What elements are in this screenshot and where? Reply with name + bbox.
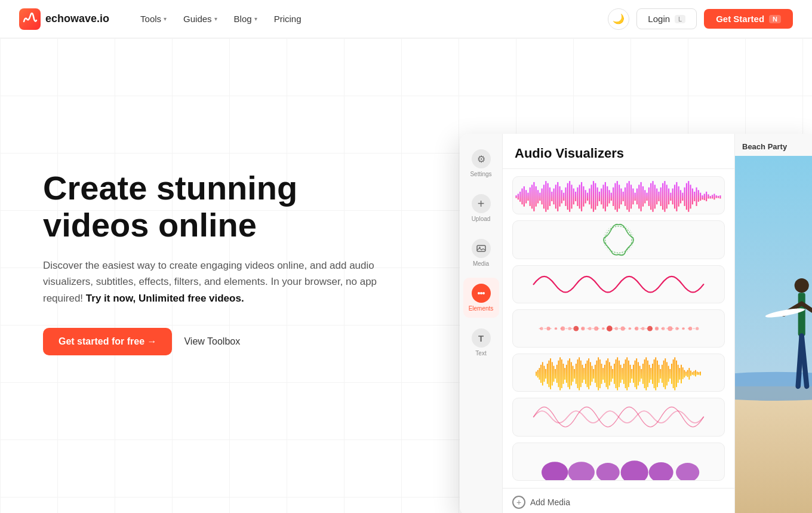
svg-rect-92: [686, 183, 687, 210]
get-started-button[interactable]: Get Started N: [704, 9, 793, 29]
svg-rect-228: [681, 365, 682, 383]
svg-rect-44: [591, 185, 592, 208]
svg-rect-190: [620, 365, 622, 383]
svg-rect-70: [642, 186, 644, 207]
svg-rect-75: [652, 181, 653, 212]
svg-rect-47: [596, 188, 598, 206]
svg-rect-58: [619, 185, 620, 208]
svg-rect-6: [515, 195, 516, 198]
svg-rect-195: [628, 361, 629, 387]
visualizer-dots[interactable]: [512, 309, 725, 348]
svg-rect-204: [642, 364, 644, 384]
svg-rect-59: [620, 189, 622, 205]
svg-rect-146: [550, 358, 551, 389]
svg-point-243: [596, 463, 620, 480]
svg-rect-218: [665, 358, 666, 389]
svg-rect-97: [696, 188, 697, 206]
svg-rect-205: [644, 360, 645, 388]
svg-rect-213: [657, 361, 658, 387]
get-started-kbd: N: [769, 15, 781, 23]
visualizer-circle-green[interactable]: [512, 220, 725, 259]
svg-rect-71: [644, 190, 645, 203]
svg-rect-168: [585, 364, 586, 384]
svg-rect-109: [719, 195, 721, 198]
logo[interactable]: echowave.io: [19, 8, 109, 30]
nav-guides[interactable]: Guides ▾: [176, 9, 224, 29]
svg-rect-18: [539, 193, 540, 201]
svg-rect-28: [559, 186, 560, 207]
sidebar-item-settings[interactable]: ⚙ Settings: [463, 143, 499, 183]
sidebar-item-elements[interactable]: Elements: [463, 278, 499, 318]
svg-rect-84: [670, 193, 671, 201]
hero-cta-button[interactable]: Get started for free →: [43, 328, 172, 355]
right-panel-title: Beach Party: [735, 134, 812, 156]
svg-rect-22: [548, 183, 549, 210]
add-media-plus-icon: +: [512, 496, 525, 509]
svg-rect-27: [557, 182, 558, 211]
svg-rect-210: [652, 364, 653, 384]
nav-right: 🌙 Login L Get Started N: [608, 8, 793, 30]
svg-rect-169: [587, 361, 588, 387]
nav-blog[interactable]: Blog ▾: [227, 9, 264, 29]
nav-pricing[interactable]: Pricing: [267, 9, 309, 29]
svg-point-136: [696, 327, 699, 330]
visualizer-sine-pink[interactable]: [512, 265, 725, 303]
svg-rect-14: [531, 185, 533, 208]
svg-rect-43: [589, 189, 590, 205]
svg-rect-9: [521, 189, 522, 205]
svg-rect-87: [676, 182, 677, 211]
svg-rect-183: [609, 362, 610, 385]
page-body: Create stunning videos online Discover t…: [0, 38, 812, 513]
svg-rect-76: [654, 185, 656, 208]
svg-rect-203: [641, 369, 642, 379]
svg-rect-101: [704, 193, 705, 200]
svg-rect-192: [623, 364, 625, 384]
svg-rect-15: [533, 182, 534, 211]
visualizer-bars-orange[interactable]: [512, 354, 725, 392]
beach-party-preview: [735, 156, 812, 513]
svg-rect-40: [583, 186, 584, 207]
svg-rect-199: [635, 361, 636, 387]
svg-rect-184: [611, 366, 612, 382]
svg-rect-174: [595, 365, 596, 383]
svg-rect-45: [593, 181, 594, 212]
svg-rect-86: [674, 185, 675, 208]
svg-rect-191: [622, 368, 623, 380]
svg-rect-239: [698, 372, 699, 374]
logo-icon: [19, 8, 41, 30]
navbar: echowave.io Tools ▾ Guides ▾ Blog ▾ Pric…: [0, 0, 812, 38]
svg-rect-32: [567, 183, 568, 210]
svg-rect-151: [558, 361, 559, 387]
svg-point-250: [795, 278, 809, 293]
add-media-footer[interactable]: + Add Media: [503, 488, 734, 513]
svg-rect-10: [524, 186, 525, 207]
visualizer-bars-pink[interactable]: /* bars generated below */: [512, 176, 725, 214]
nav-links: Tools ▾ Guides ▾ Blog ▾ Pricing: [133, 9, 608, 29]
svg-rect-154: [563, 364, 564, 384]
hero-title: Create stunning videos online: [43, 170, 389, 243]
visualizer-sine-light-pink[interactable]: [512, 398, 725, 436]
svg-rect-237: [695, 370, 696, 377]
nav-tools[interactable]: Tools ▾: [133, 9, 174, 29]
login-button[interactable]: Login L: [636, 8, 697, 29]
svg-point-134: [682, 327, 684, 330]
sidebar-item-upload[interactable]: + Upload: [463, 188, 499, 228]
visualizer-purple-bumps[interactable]: [512, 443, 725, 481]
svg-rect-180: [604, 365, 605, 383]
svg-rect-37: [577, 188, 578, 206]
svg-point-4: [480, 292, 482, 294]
svg-rect-147: [552, 362, 553, 385]
svg-point-129: [647, 326, 653, 331]
sidebar-item-text[interactable]: T Text: [463, 322, 499, 363]
svg-rect-235: [692, 372, 693, 374]
svg-rect-161: [574, 369, 575, 379]
svg-rect-107: [716, 195, 717, 198]
svg-rect-230: [684, 370, 685, 377]
svg-rect-231: [685, 371, 687, 376]
svg-rect-182: [607, 358, 608, 389]
dark-mode-button[interactable]: 🌙: [608, 8, 629, 30]
sidebar-item-media[interactable]: Media: [463, 233, 499, 273]
view-toolbox-button[interactable]: View Toolbox: [184, 336, 240, 347]
svg-rect-74: [650, 183, 651, 210]
svg-rect-68: [638, 185, 639, 208]
